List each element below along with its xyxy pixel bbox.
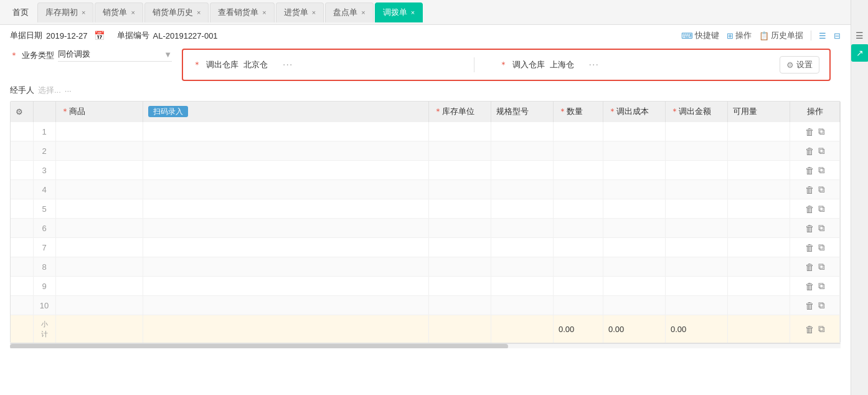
td-unit-7[interactable] (429, 238, 491, 257)
td-cost-3[interactable] (603, 161, 666, 180)
td-qty-1[interactable] (554, 122, 603, 141)
delete-icon-5[interactable]: 🗑 (805, 204, 814, 214)
td-amount-10[interactable] (666, 296, 728, 315)
grid-view-btn[interactable]: ⊟ (834, 31, 841, 40)
tab-stocktake[interactable]: 盘点单 × (325, 2, 373, 22)
tab-sales-order[interactable]: 销货单 × (95, 2, 143, 22)
horizontal-scrollbar[interactable] (10, 343, 841, 348)
warehouse-in-ellipsis[interactable]: ··· (589, 59, 599, 70)
delete-icon-8[interactable]: 🗑 (805, 262, 814, 272)
copy-icon-10[interactable]: ⧉ (818, 300, 825, 311)
list-view-btn[interactable]: ☰ (819, 31, 826, 40)
sidebar-list-icon[interactable]: ☰ (852, 28, 867, 43)
td-cost-6[interactable] (603, 219, 666, 238)
copy-icon-5[interactable]: ⧉ (818, 203, 825, 214)
td-unit-11[interactable] (429, 315, 491, 343)
td-cost-9[interactable] (603, 277, 666, 296)
td-qty-6[interactable] (554, 219, 603, 238)
copy-icon-1[interactable]: ⧉ (818, 126, 825, 137)
td-available-9[interactable] (728, 277, 790, 296)
copy-icon-2[interactable]: ⧉ (818, 145, 825, 156)
td-cost-7[interactable] (603, 238, 666, 257)
delete-icon-6[interactable]: 🗑 (805, 223, 814, 234)
td-cost-8[interactable] (603, 257, 666, 277)
close-icon[interactable]: × (361, 9, 365, 16)
td-cost-4[interactable] (603, 180, 666, 199)
copy-icon-4[interactable]: ⧉ (818, 184, 825, 195)
td-cost-1[interactable] (603, 122, 666, 141)
delete-icon-9[interactable]: 🗑 (805, 281, 814, 292)
business-type-selector[interactable]: 同价调拨 ▼ (58, 49, 172, 62)
copy-icon-7[interactable]: ⧉ (818, 242, 825, 253)
copy-icon-11[interactable]: ⧉ (818, 323, 825, 335)
tab-transfer[interactable]: 调拨单 × (375, 2, 423, 22)
close-icon[interactable]: × (262, 9, 266, 16)
td-product-8[interactable] (55, 257, 143, 277)
td-available-11[interactable] (728, 315, 790, 343)
td-unit-6[interactable] (429, 219, 491, 238)
td-cost-11[interactable]: 0.00 (603, 315, 666, 343)
sidebar-export-icon[interactable]: ↗ (851, 44, 869, 62)
delete-icon-10[interactable]: 🗑 (805, 300, 814, 311)
handler-ellipsis[interactable]: ··· (65, 86, 72, 95)
td-qty-2[interactable] (554, 141, 603, 161)
warehouse-out-ellipsis[interactable]: ··· (283, 59, 293, 70)
td-amount-9[interactable] (666, 277, 728, 296)
copy-icon-8[interactable]: ⧉ (818, 261, 825, 272)
warehouse-in-value[interactable]: 上海仓 (550, 59, 574, 70)
history-btn[interactable]: 📋 历史单据 (759, 30, 803, 41)
close-icon[interactable]: × (131, 9, 134, 16)
td-product-1[interactable] (55, 122, 143, 141)
td-unit-5[interactable] (429, 199, 491, 219)
td-unit-4[interactable] (429, 180, 491, 199)
td-available-5[interactable] (728, 199, 790, 219)
td-product-4[interactable] (55, 180, 143, 199)
td-available-1[interactable] (728, 122, 790, 141)
tab-inventory-init[interactable]: 库存期初 × (37, 2, 93, 22)
dropdown-icon[interactable]: ▼ (164, 50, 172, 59)
handler-input[interactable]: 选择... (38, 85, 61, 96)
td-spec-6[interactable] (491, 219, 554, 238)
copy-icon-9[interactable]: ⧉ (818, 280, 825, 292)
operation-btn[interactable]: ⊞ 操作 (727, 30, 752, 41)
scan-button[interactable]: 扫码录入 (148, 106, 188, 117)
td-unit-1[interactable] (429, 122, 491, 141)
td-qty-3[interactable] (554, 161, 603, 180)
delete-icon-7[interactable]: 🗑 (805, 242, 814, 253)
tab-purchase[interactable]: 进货单 × (276, 2, 324, 22)
close-icon[interactable]: × (197, 9, 200, 16)
copy-icon-6[interactable]: ⧉ (818, 222, 825, 234)
td-spec-5[interactable] (491, 199, 554, 219)
td-cost-2[interactable] (603, 141, 666, 161)
settings-button[interactable]: ⚙ 设置 (780, 56, 819, 74)
tab-sales-history[interactable]: 销货单历史 × (144, 2, 209, 22)
td-spec-7[interactable] (491, 238, 554, 257)
td-qty-4[interactable] (554, 180, 603, 199)
td-amount-7[interactable] (666, 238, 728, 257)
td-product-9[interactable] (55, 277, 143, 296)
td-available-3[interactable] (728, 161, 790, 180)
td-available-2[interactable] (728, 141, 790, 161)
close-icon[interactable]: × (312, 9, 316, 16)
td-amount-4[interactable] (666, 180, 728, 199)
delete-icon-3[interactable]: 🗑 (805, 165, 814, 176)
td-product-6[interactable] (55, 219, 143, 238)
td-qty-8[interactable] (554, 257, 603, 277)
calendar-icon[interactable]: 📅 (94, 31, 105, 40)
td-available-4[interactable] (728, 180, 790, 199)
td-spec-11[interactable] (491, 315, 554, 343)
td-spec-8[interactable] (491, 257, 554, 277)
td-amount-8[interactable] (666, 257, 728, 277)
td-unit-8[interactable] (429, 257, 491, 277)
td-spec-2[interactable] (491, 141, 554, 161)
td-qty-7[interactable] (554, 238, 603, 257)
td-qty-5[interactable] (554, 199, 603, 219)
td-qty-9[interactable] (554, 277, 603, 296)
scrollbar-thumb[interactable] (10, 344, 508, 348)
td-unit-3[interactable] (429, 161, 491, 180)
td-unit-9[interactable] (429, 277, 491, 296)
td-amount-5[interactable] (666, 199, 728, 219)
delete-icon-4[interactable]: 🗑 (805, 184, 814, 195)
copy-icon-3[interactable]: ⧉ (818, 164, 825, 176)
delete-icon-2[interactable]: 🗑 (805, 146, 814, 156)
